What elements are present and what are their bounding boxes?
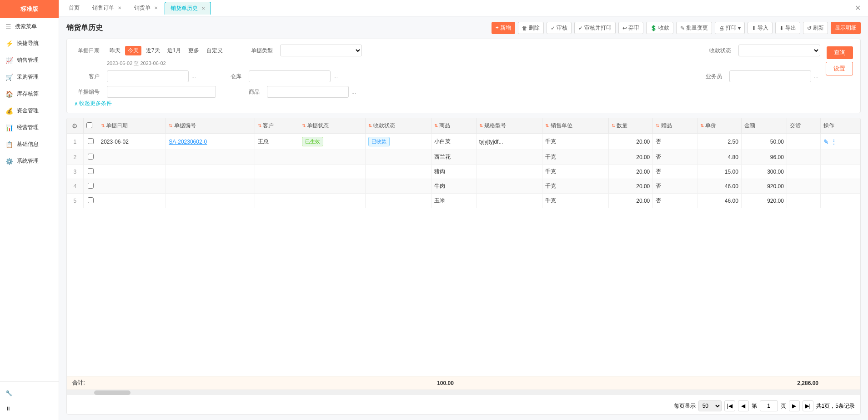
content-area: 销货单历史 + 新增 🗑 删除 ✓ 审核 ✓ 审核并打印 ↩ 弃审 (59, 16, 868, 420)
row-checkbox[interactable] (88, 154, 94, 160)
th-doc-no[interactable]: ⇅ 单据编号 (166, 118, 255, 134)
sidebar-item-basic-info[interactable]: 📋 基础信息 (0, 136, 59, 153)
td-customer (255, 165, 299, 179)
tab-sales-order[interactable]: 销售订单 ✕ (86, 2, 127, 15)
td-spec: tyjyjtyjdf... (476, 134, 542, 150)
export-button[interactable]: ⬇ 导出 (775, 22, 800, 34)
audit-button[interactable]: ✓ 审核 (547, 22, 572, 34)
salesperson-picker-btn[interactable]: ... (812, 73, 820, 80)
td-unit: 千克 (542, 165, 609, 179)
sidebar-pause-btn[interactable]: ⏸ (0, 401, 59, 416)
th-checkbox[interactable] (83, 118, 98, 134)
td-unit: 千克 (542, 134, 609, 150)
th-qty[interactable]: ⇅ 数量 (608, 118, 652, 134)
filter-row-1: 单据日期 昨天 今天 近7天 近1月 更多 自定义 单据类型 (74, 45, 820, 56)
last-page-btn[interactable]: ▶| (803, 400, 813, 411)
per-page-select[interactable]: 50 100 200 (698, 400, 722, 411)
sidebar-item-search-menu[interactable]: ☰ 搜索菜单 (0, 18, 59, 35)
sidebar-item-system-mgmt[interactable]: ⚙️ 系统管理 (0, 153, 59, 170)
edit-action-icon[interactable]: ✎ (823, 138, 829, 145)
date-today-btn[interactable]: 今天 (125, 46, 141, 55)
doc-no-link[interactable]: SA-20230602-0 (169, 139, 207, 145)
customer-picker-btn[interactable]: ... (190, 73, 198, 80)
th-customer[interactable]: ⇅ 客户 (255, 118, 299, 134)
row-checkbox[interactable] (88, 183, 94, 189)
td-checkbox[interactable] (83, 194, 98, 208)
tab-sales-delivery-close-icon[interactable]: ✕ (154, 5, 158, 10)
td-action (821, 165, 860, 179)
abandon-button[interactable]: ↩ 弃审 (618, 22, 643, 34)
sidebar-item-sales-mgmt[interactable]: 📈 销售管理 (0, 52, 59, 69)
salesperson-input[interactable] (729, 70, 811, 82)
row-checkbox[interactable] (88, 138, 94, 144)
td-checkbox[interactable] (83, 179, 98, 194)
tab-home[interactable]: 首页 (63, 2, 85, 15)
chevron-up-icon: ∧ (74, 100, 78, 107)
th-doc-status[interactable]: ⇅ 单据状态 (299, 118, 365, 134)
th-goods[interactable]: ⇅ 商品 (431, 118, 477, 134)
collapse-filter-btn[interactable]: ∧ 收起更多条件 (74, 100, 853, 107)
audit-print-button[interactable]: ✓ 审核并打印 (574, 22, 616, 34)
date-yesterday-btn[interactable]: 昨天 (107, 46, 123, 55)
first-page-btn[interactable]: |◀ (724, 400, 735, 411)
th-doc-date[interactable]: ⇅ 单据日期 (98, 118, 166, 134)
customer-input[interactable] (107, 70, 189, 82)
sidebar-item-operations-mgmt[interactable]: 📊 经营管理 (0, 119, 59, 136)
td-gift: 否 (653, 194, 697, 208)
th-unit[interactable]: ⇅ 销售单位 (542, 118, 609, 134)
salesperson-filter-label: 业务员 (697, 73, 722, 80)
print-button[interactable]: 🖨 打印 ▾ (715, 22, 745, 34)
next-page-btn[interactable]: ▶ (789, 400, 800, 411)
sidebar-item-inventory-calc[interactable]: 🏠 库存核算 (0, 85, 59, 102)
th-settings[interactable]: ⚙ (67, 118, 83, 134)
warehouse-picker-btn[interactable]: ... (331, 73, 340, 80)
doc-type-select[interactable] (280, 45, 362, 56)
tab-sales-delivery[interactable]: 销货单 ✕ (128, 2, 164, 15)
abandon-icon: ↩ (622, 25, 627, 31)
select-all-checkbox[interactable] (86, 122, 92, 128)
date-1month-btn[interactable]: 近1月 (165, 46, 184, 55)
query-button[interactable]: 查询 (827, 46, 853, 59)
refresh-button[interactable]: ↺ 刷新 (803, 22, 828, 34)
td-customer (255, 150, 299, 165)
row-checkbox[interactable] (88, 197, 94, 203)
date-custom-btn[interactable]: 自定义 (204, 46, 226, 55)
th-gift[interactable]: ⇅ 赠品 (653, 118, 697, 134)
td-checkbox[interactable] (83, 150, 98, 165)
collect-status-select[interactable] (738, 45, 820, 56)
doc-no-input[interactable] (107, 86, 216, 98)
table-settings-icon[interactable]: ⚙ (72, 122, 78, 130)
import-button[interactable]: ⬆ 导入 (748, 22, 773, 34)
page-number-input[interactable] (760, 400, 778, 411)
settings-button[interactable]: 设置 (826, 62, 853, 75)
th-collect-status[interactable]: ⇅ 收款状态 (365, 118, 431, 134)
show-detail-button[interactable]: 显示明细 (831, 22, 861, 34)
goods-picker-btn[interactable]: ... (350, 89, 358, 95)
date-7days-btn[interactable]: 近7天 (143, 46, 163, 55)
td-checkbox[interactable] (83, 165, 98, 179)
th-price[interactable]: ⇅ 单价 (697, 118, 741, 134)
delete-button[interactable]: 🗑 删除 (518, 22, 544, 34)
goods-input[interactable] (267, 86, 349, 98)
date-more-btn[interactable]: 更多 (186, 46, 202, 55)
td-checkbox[interactable] (83, 134, 98, 150)
sidebar-item-quick-nav[interactable]: ⚡ 快捷导航 (0, 35, 59, 52)
sidebar-settings-btn[interactable]: 🔧 (0, 385, 59, 401)
add-button[interactable]: + 新增 (492, 22, 515, 34)
close-window-btn[interactable]: ✕ (851, 4, 864, 12)
date-filter: 昨天 今天 近7天 近1月 更多 自定义 (107, 46, 226, 55)
warehouse-input[interactable] (249, 70, 331, 82)
more-action-icon[interactable]: ⋮ (831, 138, 837, 145)
operations-mgmt-icon: 📊 (5, 124, 13, 131)
tab-sales-history[interactable]: 销货单历史 ✕ (165, 2, 211, 15)
tab-sales-history-close-icon[interactable]: ✕ (201, 6, 205, 11)
row-checkbox[interactable] (88, 168, 94, 174)
batch-change-button[interactable]: ✎ 批量变更 (676, 22, 712, 34)
total-qty: 100.00 (127, 380, 764, 386)
th-spec[interactable]: ⇅ 规格型号 (476, 118, 542, 134)
collect-button[interactable]: 💲 收款 (646, 22, 673, 34)
tab-sales-order-close-icon[interactable]: ✕ (118, 5, 121, 10)
prev-page-btn[interactable]: ◀ (738, 400, 749, 411)
sidebar-item-funds-mgmt[interactable]: 💰 资金管理 (0, 102, 59, 119)
sidebar-item-purchase-mgmt[interactable]: 🛒 采购管理 (0, 69, 59, 85)
